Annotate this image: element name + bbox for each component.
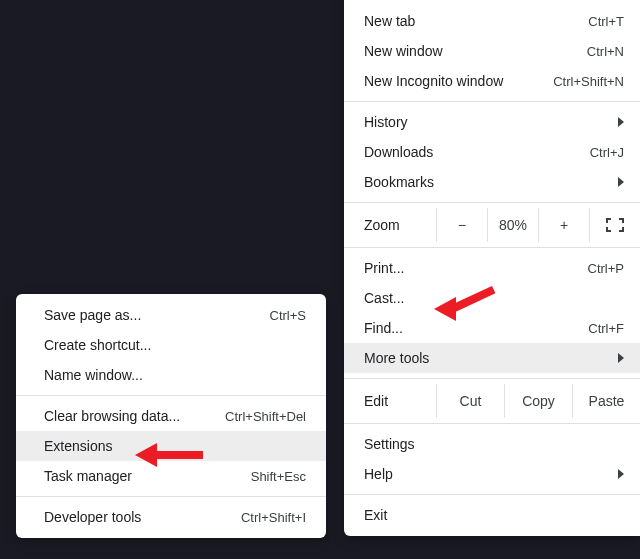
- menu-item-shortcut: Ctrl+J: [590, 145, 624, 160]
- separator: [344, 494, 640, 495]
- menu-item-find[interactable]: Find... Ctrl+F: [344, 313, 640, 343]
- zoom-out-button[interactable]: −: [436, 208, 487, 242]
- submenu-item-task-manager[interactable]: Task manager Shift+Esc: [16, 461, 326, 491]
- menu-item-shortcut: Ctrl+Shift+Del: [225, 409, 306, 424]
- submenu-item-create-shortcut[interactable]: Create shortcut...: [16, 330, 326, 360]
- menu-item-shortcut: Ctrl+S: [270, 308, 306, 323]
- fullscreen-button[interactable]: [589, 208, 640, 242]
- more-tools-submenu: Save page as... Ctrl+S Create shortcut..…: [16, 294, 326, 538]
- menu-item-incognito[interactable]: New Incognito window Ctrl+Shift+N: [344, 66, 640, 96]
- zoom-label: Zoom: [364, 217, 436, 233]
- menu-item-exit[interactable]: Exit: [344, 500, 640, 530]
- menu-item-label: Name window...: [44, 367, 143, 383]
- menu-item-bookmarks[interactable]: Bookmarks: [344, 167, 640, 197]
- separator: [344, 247, 640, 248]
- menu-item-print[interactable]: Print... Ctrl+P: [344, 253, 640, 283]
- submenu-item-save-page-as[interactable]: Save page as... Ctrl+S: [16, 300, 326, 330]
- chevron-right-icon: [618, 177, 624, 187]
- menu-item-shortcut: Shift+Esc: [251, 469, 306, 484]
- edit-row: Edit Cut Copy Paste: [344, 384, 640, 418]
- menu-item-label: Bookmarks: [364, 174, 434, 190]
- submenu-item-extensions[interactable]: Extensions: [16, 431, 326, 461]
- zoom-in-button[interactable]: +: [538, 208, 589, 242]
- zoom-level: 80%: [487, 208, 538, 242]
- menu-item-label: New window: [364, 43, 443, 59]
- separator: [344, 202, 640, 203]
- menu-item-shortcut: Ctrl+Shift+I: [241, 510, 306, 525]
- menu-item-shortcut: Ctrl+N: [587, 44, 624, 59]
- copy-button[interactable]: Copy: [504, 384, 572, 418]
- menu-item-label: Help: [364, 466, 393, 482]
- menu-item-label: Clear browsing data...: [44, 408, 180, 424]
- menu-item-new-tab[interactable]: New tab Ctrl+T: [344, 6, 640, 36]
- chevron-right-icon: [618, 469, 624, 479]
- menu-item-label: Task manager: [44, 468, 132, 484]
- menu-item-settings[interactable]: Settings: [344, 429, 640, 459]
- fullscreen-icon: [606, 218, 624, 232]
- separator: [344, 101, 640, 102]
- separator: [344, 423, 640, 424]
- submenu-item-developer-tools[interactable]: Developer tools Ctrl+Shift+I: [16, 502, 326, 532]
- menu-item-label: Settings: [364, 436, 415, 452]
- menu-item-more-tools[interactable]: More tools: [344, 343, 640, 373]
- chevron-right-icon: [618, 117, 624, 127]
- menu-item-downloads[interactable]: Downloads Ctrl+J: [344, 137, 640, 167]
- edit-label: Edit: [364, 393, 436, 409]
- submenu-item-clear-browsing-data[interactable]: Clear browsing data... Ctrl+Shift+Del: [16, 401, 326, 431]
- zoom-row: Zoom − 80% +: [344, 208, 640, 242]
- submenu-item-name-window[interactable]: Name window...: [16, 360, 326, 390]
- menu-item-shortcut: Ctrl+P: [588, 261, 624, 276]
- menu-item-label: Save page as...: [44, 307, 141, 323]
- menu-item-shortcut: Ctrl+T: [588, 14, 624, 29]
- menu-item-shortcut: Ctrl+F: [588, 321, 624, 336]
- menu-item-history[interactable]: History: [344, 107, 640, 137]
- chrome-main-menu: New tab Ctrl+T New window Ctrl+N New Inc…: [344, 0, 640, 536]
- menu-item-label: Exit: [364, 507, 387, 523]
- separator: [16, 496, 326, 497]
- separator: [16, 395, 326, 396]
- chevron-right-icon: [618, 353, 624, 363]
- menu-item-label: More tools: [364, 350, 429, 366]
- menu-item-label: Extensions: [44, 438, 112, 454]
- menu-item-label: Cast...: [364, 290, 404, 306]
- menu-item-label: Find...: [364, 320, 403, 336]
- menu-item-label: Print...: [364, 260, 404, 276]
- menu-item-label: Create shortcut...: [44, 337, 151, 353]
- paste-button[interactable]: Paste: [572, 384, 640, 418]
- menu-item-new-window[interactable]: New window Ctrl+N: [344, 36, 640, 66]
- menu-item-label: New Incognito window: [364, 73, 503, 89]
- menu-item-label: Developer tools: [44, 509, 141, 525]
- menu-item-label: Downloads: [364, 144, 433, 160]
- menu-item-label: New tab: [364, 13, 415, 29]
- menu-item-shortcut: Ctrl+Shift+N: [553, 74, 624, 89]
- menu-item-cast[interactable]: Cast...: [344, 283, 640, 313]
- menu-item-label: History: [364, 114, 408, 130]
- menu-item-help[interactable]: Help: [344, 459, 640, 489]
- separator: [344, 378, 640, 379]
- cut-button[interactable]: Cut: [436, 384, 504, 418]
